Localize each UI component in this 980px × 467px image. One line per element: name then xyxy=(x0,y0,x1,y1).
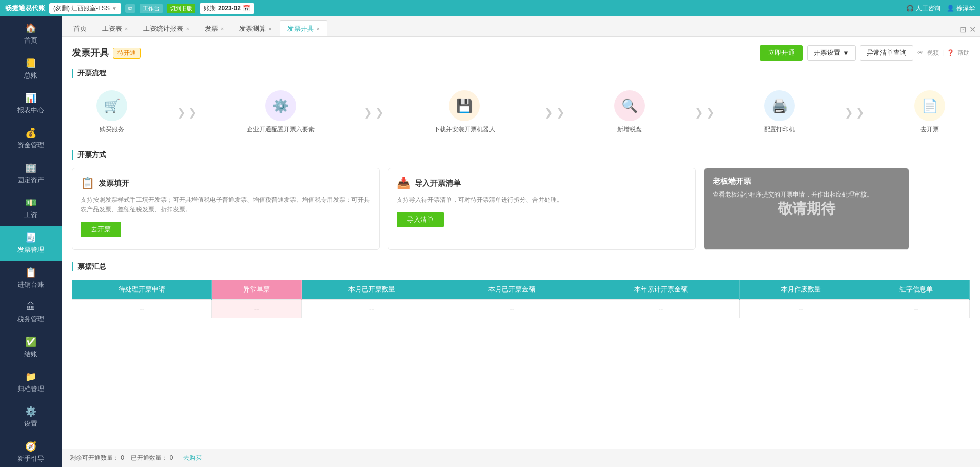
buy-service-icon: 🛒 xyxy=(96,90,127,121)
arrow4: ❯ ❯ xyxy=(695,106,715,119)
sidebar-item-payroll[interactable]: 💵 工资 xyxy=(0,191,62,226)
page-content: 发票开具 待开通 立即开通 开票设置 ▼ 异常清单查询 👁 视频 | ❓ xyxy=(62,37,980,449)
remaining-info: 剩余可开通数量： 0 已开通数量： 0 xyxy=(70,454,173,462)
manual-title-label: 发票填开 xyxy=(99,179,129,188)
sidebar-item-archive[interactable]: 📁 归档管理 xyxy=(0,365,62,400)
copy-icon-button[interactable]: ⧉ xyxy=(125,4,135,13)
top-bar-left: 畅捷通易代账 (勿删) 江西服室-LSS ▼ ⧉ 工作台 切到旧版 账期 202… xyxy=(5,3,254,14)
period-label: 账期 xyxy=(204,4,216,13)
go-open-ticket-button[interactable]: 去开票 xyxy=(81,222,121,237)
sidebar-item-invoice[interactable]: 🧾 发票管理 xyxy=(0,226,62,261)
abnormal-query-button[interactable]: 异常清单查询 xyxy=(860,45,913,61)
sidebar-item-tax[interactable]: 🏛 税务管理 xyxy=(0,296,62,330)
calendar-icon[interactable]: 📅 xyxy=(243,5,250,12)
separator: | xyxy=(942,49,944,56)
sidebar-item-purchase[interactable]: 📋 进销台账 xyxy=(0,261,62,296)
sidebar-label-invoice: 发票管理 xyxy=(17,245,44,255)
tab-bar: 首页 工资表 × 工资统计报表 × 发票 × 发票测算 × 发票开具 × xyxy=(62,16,980,37)
arrow1: ❯ ❯ xyxy=(177,106,198,119)
tab-invoice-list-label: 发票 xyxy=(205,24,218,33)
main-layout: 🏠 首页 📒 总账 📊 报表中心 💰 资金管理 🏢 固定资产 💵 工资 🧾 发票… xyxy=(0,16,980,467)
tab-home-label: 首页 xyxy=(73,24,87,33)
remaining-label: 剩余可开通数量： xyxy=(70,454,119,461)
open-settings-button[interactable]: 开票设置 ▼ xyxy=(807,45,856,61)
go-ticket-icon: 📄 xyxy=(914,90,945,121)
switch-old-button[interactable]: 切到旧版 xyxy=(167,4,195,13)
flow-step-taxboard: 🔍 新增税盘 xyxy=(614,90,645,134)
archive-icon: 📁 xyxy=(25,371,36,382)
go-buy-link[interactable]: 去购买 xyxy=(183,454,202,462)
open-settings-label: 开票设置 xyxy=(814,48,840,57)
support-link[interactable]: 🎧 人工咨询 xyxy=(906,4,940,13)
billing-card-manual-title: 📋 发票填开 xyxy=(81,177,371,190)
company-selector[interactable]: (勿删) 江西服室-LSS ▼ xyxy=(49,3,121,14)
tab-invoice-list[interactable]: 发票 × xyxy=(197,20,231,36)
sidebar-item-settings[interactable]: ⚙️ 设置 xyxy=(0,400,62,435)
sidebar-item-assets[interactable]: 🏢 固定资产 xyxy=(0,156,62,191)
cell-red-info: -- xyxy=(863,300,970,318)
payroll-icon: 💵 xyxy=(25,197,36,208)
tab-invoice-list-close[interactable]: × xyxy=(221,26,224,32)
capital-icon: 💰 xyxy=(25,127,36,139)
opened-value: 0 xyxy=(170,454,173,461)
tab-invoice-calc-label: 发票测算 xyxy=(239,24,266,33)
sidebar-item-home[interactable]: 🏠 首页 xyxy=(0,16,62,51)
import-list-button[interactable]: 导入清单 xyxy=(397,212,444,227)
assets-icon: 🏢 xyxy=(25,162,36,173)
tab-invoice-tool-close[interactable]: × xyxy=(317,26,320,32)
sidebar-label-archive: 归档管理 xyxy=(17,384,44,394)
workbench-button[interactable]: 工作台 xyxy=(140,4,163,13)
ledger-icon: 📒 xyxy=(25,57,36,69)
content-area: 首页 工资表 × 工资统计报表 × 发票 × 发票测算 × 发票开具 × xyxy=(62,16,980,467)
cell-year-amount: -- xyxy=(582,300,739,318)
remaining-value: 0 xyxy=(121,454,124,461)
tab-salary-close[interactable]: × xyxy=(125,26,128,32)
help-label[interactable]: 帮助 xyxy=(957,49,970,57)
printer-icon: 🖨️ xyxy=(764,90,795,121)
watermark-text: 敬请期待 xyxy=(778,199,835,219)
col-month-count: 本月已开票数量 xyxy=(302,280,442,300)
settings-icon: ⚙️ xyxy=(25,406,36,417)
config-label: 企业开通配置开票六要素 xyxy=(247,125,315,134)
cell-void-count: -- xyxy=(739,300,863,318)
sidebar-label-purchase: 进销台账 xyxy=(17,280,44,289)
col-year-amount: 本年累计开票金额 xyxy=(582,280,739,300)
sidebar-item-capital[interactable]: 💰 资金管理 xyxy=(0,121,62,156)
col-abnormal: 异常单票 xyxy=(212,280,302,300)
eye-icon: 👁 xyxy=(917,49,924,56)
invoice-icon: 🧾 xyxy=(25,232,36,243)
flow-step-buy: 🛒 购买服务 xyxy=(96,90,127,134)
sidebar-label-settings: 设置 xyxy=(24,419,37,429)
open-now-button[interactable]: 立即开通 xyxy=(760,45,803,61)
billing-methods: 📋 发票填开 支持按照发票样式手工填开发票；可开具增值税电子普通发票、增值税普通… xyxy=(72,168,970,250)
opened-label: 已开通数量： xyxy=(131,454,168,461)
period-value: 2023-02 xyxy=(218,5,241,12)
tab-salary-report-close[interactable]: × xyxy=(186,26,189,32)
tab-invoice-tool[interactable]: 发票开具 × xyxy=(280,20,327,36)
user-menu[interactable]: 👤 徐泽华 xyxy=(947,4,975,13)
tab-restore-button[interactable]: ⊡ xyxy=(959,25,966,34)
taxboard-icon: 🔍 xyxy=(614,90,645,121)
sidebar-label-payroll: 工资 xyxy=(24,210,37,220)
view-label[interactable]: 视频 xyxy=(927,49,939,57)
tab-salary[interactable]: 工资表 × xyxy=(94,20,135,36)
manual-desc: 支持按照发票样式手工填开发票；可开具增值税电子普通发票、增值税普通发票、增值税专… xyxy=(81,195,371,215)
tab-invoice-calc-close[interactable]: × xyxy=(268,26,271,32)
tab-home[interactable]: 首页 xyxy=(66,20,94,36)
flow-step-download: 💾 下载并安装开票机器人 xyxy=(434,90,495,134)
period-badge: 账期 2023-02 📅 xyxy=(200,3,254,14)
sidebar-item-guide[interactable]: 🧭 新手引导 xyxy=(0,435,62,467)
tab-close-all-button[interactable]: ✕ xyxy=(969,25,976,34)
sidebar: 🏠 首页 📒 总账 📊 报表中心 💰 资金管理 🏢 固定资产 💵 工资 🧾 发票… xyxy=(0,16,62,467)
headset-icon: 🎧 xyxy=(906,5,914,12)
tab-salary-report[interactable]: 工资统计报表 × xyxy=(135,20,197,36)
bottom-bar: 剩余可开通数量： 0 已开通数量： 0 去购买 xyxy=(62,449,980,467)
reports-icon: 📊 xyxy=(25,92,36,104)
sidebar-label-home: 首页 xyxy=(24,36,37,45)
sidebar-item-reports[interactable]: 📊 报表中心 xyxy=(0,86,62,121)
flow-step-printer: 🖨️ 配置打印机 xyxy=(764,90,795,134)
user-avatar-icon: 👤 xyxy=(947,5,954,12)
sidebar-item-settlement[interactable]: ✅ 结账 xyxy=(0,330,62,365)
tab-invoice-calc[interactable]: 发票测算 × xyxy=(231,20,279,36)
sidebar-item-ledger[interactable]: 📒 总账 xyxy=(0,51,62,86)
